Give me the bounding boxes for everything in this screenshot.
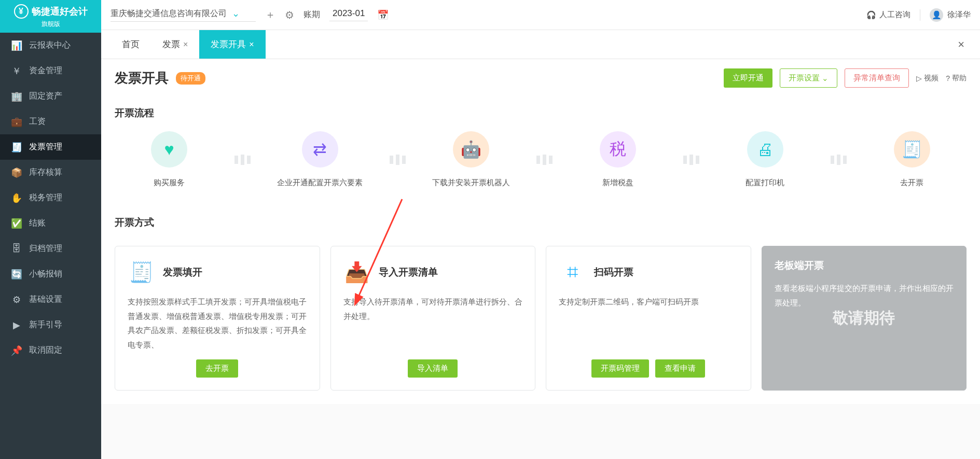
tab-label: 发票开具 <box>211 38 246 50</box>
calendar-icon[interactable]: 📅 <box>377 9 389 21</box>
step-download[interactable]: 🤖下载并安装开票机器人 <box>432 131 510 188</box>
check-icon: ✅ <box>11 218 22 229</box>
card-desc: 支持导入待开票清单，可对待开票清单进行拆分、合并处理。 <box>343 295 523 352</box>
sidebar-item-archive[interactable]: 🗄归档管理 <box>0 236 101 261</box>
receipt-icon: 🧾 <box>894 131 930 168</box>
sidebar-item-label: 新手引导 <box>29 319 62 330</box>
company-select[interactable]: 重庆畅捷交通信息咨询有限公司 ⌄ <box>111 8 256 22</box>
sidebar-item-assets[interactable]: 🏢固定资产 <box>0 84 101 109</box>
sidebar-item-label: 工资 <box>29 116 46 127</box>
sidebar-item-settings[interactable]: ⚙基础设置 <box>0 287 101 312</box>
gear-icon[interactable]: ⚙ <box>285 9 294 21</box>
period-label: 账期 <box>303 9 320 20</box>
step-go[interactable]: 🧾去开票 <box>873 131 951 188</box>
heart-icon: ♥ <box>151 131 187 168</box>
close-icon[interactable]: × <box>249 40 254 49</box>
step-label: 下载并安装开票机器人 <box>432 178 510 188</box>
support-label: 人工咨询 <box>879 10 910 20</box>
exception-button[interactable]: 异常清单查询 <box>845 68 909 88</box>
step-tax[interactable]: 税新增税盘 <box>579 131 657 188</box>
topbar: 重庆畅捷交通信息咨询有限公司 ⌄ ＋ ⚙ 账期 2023-01 📅 🎧 人工咨询… <box>101 0 980 30</box>
help-link[interactable]: ?帮助 <box>946 74 967 83</box>
user-name: 徐泽华 <box>947 10 971 20</box>
sidebar-item-label: 结账 <box>29 218 46 229</box>
step-sep-icon <box>234 155 251 165</box>
user-menu[interactable]: 👤 徐泽华 <box>930 8 971 22</box>
sidebar-item-label: 资金管理 <box>29 65 62 76</box>
archive-icon: 🗄 <box>11 244 22 254</box>
sidebar: ¥ 畅捷通好会计 旗舰版 📊云报表中心 ￥资金管理 🏢固定资产 💼工资 🧾发票管… <box>0 0 101 459</box>
sidebar-item-label: 取消固定 <box>29 345 62 356</box>
step-label: 配置打印机 <box>746 178 784 188</box>
close-all-tabs[interactable]: × <box>951 30 971 59</box>
tab-invoice[interactable]: 发票× <box>151 30 199 59</box>
card-desc: 查看老板端小程序提交的开票申请，并作出相应的开票处理。 <box>775 282 954 378</box>
period-value[interactable]: 2023-01 <box>329 8 368 21</box>
config-icon: ⇄ <box>302 131 338 168</box>
tab-label: 发票 <box>162 38 180 50</box>
step-sep-icon <box>536 155 553 165</box>
step-sep-icon <box>683 155 699 165</box>
main: 重庆畅捷交通信息咨询有限公司 ⌄ ＋ ⚙ 账期 2023-01 📅 🎧 人工咨询… <box>101 0 980 459</box>
sidebar-item-tax[interactable]: ✋税务管理 <box>0 185 101 211</box>
method-section: 开票方式 <box>101 206 980 246</box>
sidebar-item-unpin[interactable]: 📌取消固定 <box>0 338 101 363</box>
refresh-icon: 🔄 <box>11 269 22 280</box>
section-title: 开票方式 <box>115 216 967 229</box>
gear-icon: ⚙ <box>11 295 22 305</box>
sidebar-item-expense[interactable]: 🔄小畅报销 <box>0 261 101 287</box>
logo-icon: ¥ <box>14 4 29 19</box>
tab-home[interactable]: 首页 <box>111 30 151 59</box>
avatar: 👤 <box>930 8 943 22</box>
building-icon: 🏢 <box>11 91 22 102</box>
sidebar-item-close[interactable]: ✅结账 <box>0 211 101 236</box>
tab-invoice-issue[interactable]: 发票开具× <box>199 30 265 59</box>
sidebar-item-report-center[interactable]: 📊云报表中心 <box>0 33 101 58</box>
card-title: 老板端开票 <box>775 259 824 272</box>
sidebar-item-inventory[interactable]: 📦库存核算 <box>0 160 101 185</box>
sidebar-item-salary[interactable]: 💼工资 <box>0 109 101 134</box>
sidebar-item-guide[interactable]: ▶新手引导 <box>0 312 101 338</box>
sidebar-item-funds[interactable]: ￥资金管理 <box>0 58 101 84</box>
receipt-icon: 🧾 <box>128 259 155 286</box>
logo-text: 畅捷通好会计 <box>32 5 88 18</box>
printer-icon: 🖨 <box>747 131 783 168</box>
sidebar-item-label: 归档管理 <box>29 243 62 254</box>
activate-button[interactable]: 立即开通 <box>724 68 772 88</box>
logo-area: ¥ 畅捷通好会计 旗舰版 <box>0 0 101 33</box>
card-desc: 支持定制开票二维码，客户端可扫码开票 <box>559 295 738 352</box>
robot-icon: 🤖 <box>453 131 489 168</box>
video-link[interactable]: ▷视频 <box>916 74 938 83</box>
code-manage-button[interactable]: 开票码管理 <box>591 359 649 378</box>
settings-button[interactable]: 开票设置⌄ <box>780 68 837 88</box>
step-sep-icon <box>831 155 847 165</box>
import-icon: 📥 <box>343 259 370 286</box>
plus-icon[interactable]: ＋ <box>265 8 275 22</box>
nav-list: 📊云报表中心 ￥资金管理 🏢固定资产 💼工资 🧾发票管理 📦库存核算 ✋税务管理… <box>0 33 101 459</box>
tab-label: 首页 <box>122 38 140 50</box>
page-title: 发票开具 <box>115 69 169 87</box>
card-title: 扫码开票 <box>594 266 633 279</box>
step-printer[interactable]: 🖨配置打印机 <box>726 131 804 188</box>
sidebar-item-invoice[interactable]: 🧾发票管理 <box>0 134 101 160</box>
support-link[interactable]: 🎧 人工咨询 <box>866 10 910 20</box>
scan-icon: ⌗ <box>559 259 586 286</box>
money-icon: ￥ <box>11 66 22 76</box>
import-list-button[interactable]: 导入清单 <box>408 359 458 378</box>
step-buy[interactable]: ♥购买服务 <box>130 131 208 188</box>
view-apply-button[interactable]: 查看申请 <box>655 359 705 378</box>
close-icon[interactable]: × <box>183 40 188 49</box>
go-invoice-button[interactable]: 去开票 <box>196 359 238 378</box>
hand-icon: ✋ <box>11 193 22 203</box>
play-icon: ▷ <box>916 74 922 82</box>
section-title: 开票流程 <box>115 106 967 120</box>
content: 发票开具 待开通 立即开通 开票设置⌄ 异常清单查询 ▷视频 ?帮助 开票流程 … <box>101 59 980 459</box>
tax-icon: 税 <box>600 131 636 168</box>
flow-steps: ♥购买服务 ⇄企业开通配置开票六要素 🤖下载并安装开票机器人 税新增税盘 🖨配置… <box>115 131 967 197</box>
step-label: 新增税盘 <box>602 178 633 188</box>
chevron-down-icon: ⌄ <box>232 8 240 19</box>
help-icon: ? <box>946 74 950 82</box>
flow-section: 开票流程 ♥购买服务 ⇄企业开通配置开票六要素 🤖下载并安装开票机器人 税新增税… <box>101 97 980 206</box>
step-config[interactable]: ⇄企业开通配置开票六要素 <box>277 131 363 188</box>
card-fill-invoice: 🧾 发票填开 支持按照发票样式手工填开发票；可开具增值税电子普通发票、增值税普通… <box>115 246 320 391</box>
